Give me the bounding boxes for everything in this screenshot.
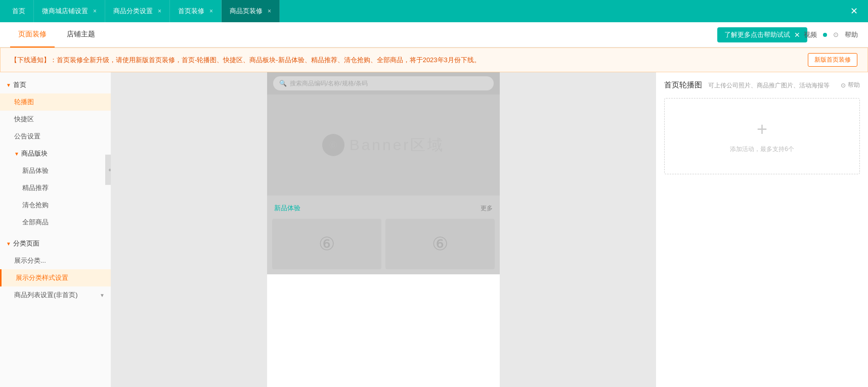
sub-header: 页面装修 店铺主题 了解更多点击帮助试试 ✕ 视频 ⊙ 帮助	[0, 22, 868, 47]
center-preview: 🔍 搜索商品编码/名称/规格/条码 ⑥ Banner区域 新品体验 更多	[111, 72, 656, 387]
product-icon-2: ⑥	[432, 233, 448, 255]
right-panel-title: 首页轮播图	[664, 80, 702, 89]
help-banner[interactable]: 了解更多点击帮助试试 ✕	[717, 27, 807, 42]
arrow-down-icon-3: ▼	[6, 241, 11, 247]
nav-tab-home[interactable]: 首页	[4, 0, 34, 22]
preview-phone: 🔍 搜索商品编码/名称/规格/条码 ⑥ Banner区域 新品体验 更多	[267, 72, 500, 387]
product-section-header: 新品体验 更多	[272, 201, 495, 216]
question-icon: ⊙	[833, 31, 839, 38]
sidebar-item-show-category[interactable]: 展示分类...	[0, 252, 111, 269]
product-grid: ⑥ ⑥	[272, 219, 495, 269]
sidebar-item-product-list[interactable]: 商品列表设置(非首页) ▼	[0, 286, 111, 304]
add-image-box[interactable]: + 添加活动，最多支持6个	[664, 98, 860, 174]
sidebar-collapse-button[interactable]: «	[105, 155, 111, 185]
search-icon: 🔍	[279, 80, 287, 87]
sidebar-item-shortcuts[interactable]: 快捷区	[0, 111, 111, 128]
sidebar-item-notice[interactable]: 公告设置	[0, 128, 111, 145]
new-home-decor-button[interactable]: 新版首页装修	[808, 53, 857, 67]
right-panel: 首页轮播图 可上传公司照片、商品推广图片、活动海报等 ⊙ 帮助 + 添加活动，最…	[656, 72, 868, 387]
close-category-settings-icon[interactable]: ×	[158, 8, 161, 15]
expand-icon: ▼	[100, 293, 105, 298]
notice-text: 【下线通知】：首页装修全新升级，请使用新版首页装修，首页-轮播图、快捷区、商品板…	[11, 56, 481, 65]
header-right-actions: 视频 ⊙ 帮助	[804, 30, 858, 39]
status-dot	[823, 33, 827, 37]
preview-search-bar: 🔍 搜索商品编码/名称/规格/条码	[267, 72, 500, 94]
arrow-down-icon-2: ▼	[14, 151, 19, 157]
product-section-title: 新品体验	[274, 204, 300, 213]
tab-page-decor[interactable]: 页面装修	[10, 22, 55, 47]
nav-tab-product-decor[interactable]: 商品页装修 ×	[222, 0, 280, 22]
arrow-down-icon: ▼	[6, 82, 11, 88]
sidebar-item-all-products[interactable]: 全部商品	[0, 214, 111, 231]
sidebar-item-new-exp[interactable]: 新品体验	[0, 162, 111, 179]
right-panel-header: 首页轮播图 可上传公司照片、商品推广图片、活动海报等 ⊙ 帮助	[664, 80, 860, 90]
banner-logo: ⑥ Banner区域	[322, 134, 445, 156]
brand-icon: ⑥	[322, 134, 344, 156]
preview-search-input[interactable]: 🔍 搜索商品编码/名称/规格/条码	[273, 76, 494, 90]
right-panel-subtitle: 可上传公司照片、商品推广图片、活动海报等	[708, 82, 830, 89]
close-product-decor-icon[interactable]: ×	[268, 8, 271, 15]
question-circle-icon: ⊙	[841, 82, 846, 89]
close-all-button[interactable]: ✕	[844, 6, 864, 17]
close-store-settings-icon[interactable]: ×	[93, 8, 97, 15]
product-card-1[interactable]: ⑥	[272, 219, 381, 269]
sidebar-item-clearance[interactable]: 清仓抢购	[0, 197, 111, 214]
help-label[interactable]: 帮助	[845, 30, 858, 39]
plus-icon: +	[757, 119, 767, 140]
sidebar-section-home[interactable]: ▼ 首页	[0, 76, 111, 93]
sidebar-item-featured[interactable]: 精品推荐	[0, 179, 111, 197]
nav-tab-store-settings[interactable]: 微商城店铺设置 ×	[34, 0, 105, 22]
product-section: 新品体验 更多 ⑥ ⑥	[267, 196, 500, 274]
tab-store-theme[interactable]: 店铺主题	[59, 22, 103, 47]
product-card-2[interactable]: ⑥	[385, 219, 495, 269]
sidebar-item-category-style[interactable]: 展示分类样式设置	[0, 269, 111, 286]
help-banner-close-icon[interactable]: ✕	[794, 31, 800, 39]
product-icon-1: ⑥	[319, 233, 335, 255]
top-navigation: 首页 微商城店铺设置 × 商品分类设置 × 首页装修 × 商品页装修 × ✕	[0, 0, 868, 22]
right-panel-title-group: 首页轮播图 可上传公司照片、商品推广图片、活动海报等	[664, 80, 830, 90]
sidebar-section-category[interactable]: ▼ 分类页面	[0, 235, 111, 252]
sidebar-item-carousel[interactable]: 轮播图	[0, 93, 111, 111]
sidebar: « ▼ 首页 轮播图 快捷区 公告设置 ▼ 商品版块 新品体验 精品推荐 清仓抢…	[0, 72, 111, 387]
nav-tab-category-settings[interactable]: 商品分类设置 ×	[105, 0, 170, 22]
close-home-decor-icon[interactable]: ×	[209, 8, 213, 15]
video-label[interactable]: 视频	[804, 30, 817, 39]
sidebar-section-product-block[interactable]: ▼ 商品版块	[0, 145, 111, 162]
banner-area[interactable]: ⑥ Banner区域	[267, 94, 500, 196]
main-layout: « ▼ 首页 轮播图 快捷区 公告设置 ▼ 商品版块 新品体验 精品推荐 清仓抢…	[0, 72, 868, 387]
help-banner-text: 了解更多点击帮助试试	[724, 30, 790, 39]
right-panel-help-button[interactable]: ⊙ 帮助	[841, 81, 860, 89]
notice-bar: 【下线通知】：首页装修全新升级，请使用新版首页装修，首页-轮播图、快捷区、商品板…	[0, 47, 868, 72]
more-label[interactable]: 更多	[481, 204, 493, 213]
banner-text: Banner区域	[350, 135, 445, 156]
nav-tab-home-decor[interactable]: 首页装修 ×	[170, 0, 222, 22]
add-image-label: 添加活动，最多支持6个	[730, 145, 794, 154]
